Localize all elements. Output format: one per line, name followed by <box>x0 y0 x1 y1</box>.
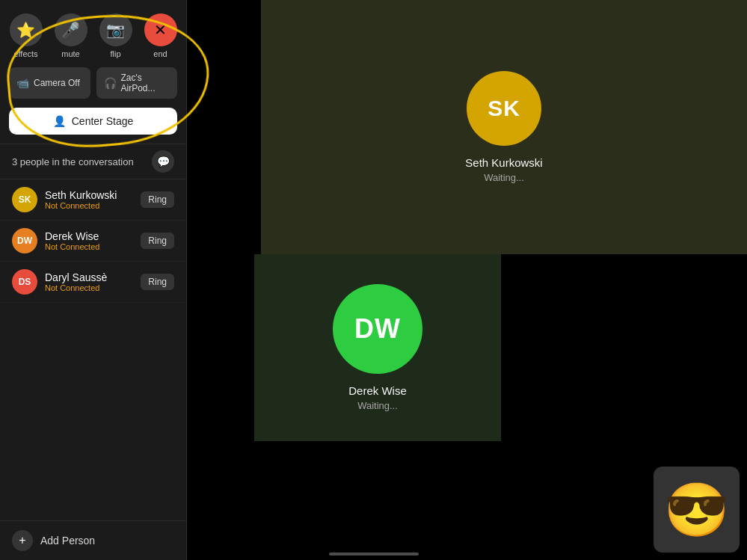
seth-name: Seth Kurkowski <box>465 156 542 169</box>
message-button[interactable]: 💬 <box>152 150 174 173</box>
video-gap <box>187 0 254 560</box>
derek-avatar: DW <box>333 284 422 374</box>
center-stage-button[interactable]: 👤 Center Stage <box>9 108 177 135</box>
toolbar: ⭐ effects 🎤 mute 📷 flip ✕ end 📹 Camera O… <box>0 0 186 144</box>
seth-video-panel: SK Seth Kurkowski Waiting... <box>261 0 747 254</box>
effects-label: effects <box>13 49 37 58</box>
daryl-avatar-small: DS <box>12 269 37 295</box>
mute-button[interactable]: 🎤 mute <box>55 13 87 58</box>
camera-label: Camera Off <box>34 78 80 88</box>
seth-avatar-small: SK <box>12 187 37 212</box>
people-count-text: 3 people in the conversation <box>12 156 134 167</box>
person-item-seth[interactable]: SK Seth Kurkowski Not Connected Ring <box>0 179 186 221</box>
seth-info: Seth Kurkowski Not Connected <box>45 189 133 210</box>
person-item-derek[interactable]: DW Derek Wise Not Connected Ring <box>0 221 186 262</box>
derek-name: Derek Wise <box>348 384 407 397</box>
people-count-row: 3 people in the conversation 💬 <box>0 144 186 179</box>
daryl-name-list: Daryl Saussè <box>45 271 133 283</box>
derek-info: Derek Wise Not Connected <box>45 230 133 251</box>
add-person-label: Add Person <box>40 535 95 547</box>
derek-ring-button[interactable]: Ring <box>141 233 174 249</box>
flip-icon: 📷 <box>99 13 132 46</box>
person-list: SK Seth Kurkowski Not Connected Ring DW … <box>0 179 186 520</box>
audio-label: Zac's AirPod... <box>121 73 170 93</box>
camera-icon: 📹 <box>16 77 29 89</box>
center-stage-icon: 👤 <box>53 115 66 127</box>
derek-video-panel: DW Derek Wise Waiting... <box>254 254 501 441</box>
seth-status: Waiting... <box>484 172 524 183</box>
self-view: 😎 <box>654 467 740 553</box>
add-icon: + <box>12 530 33 551</box>
daryl-info: Daryl Saussè Not Connected <box>45 271 133 292</box>
mute-label: mute <box>61 49 79 58</box>
derek-avatar-small: DW <box>12 228 37 253</box>
sidebar-panel: ⭐ effects 🎤 mute 📷 flip ✕ end 📹 Camera O… <box>0 0 187 560</box>
mute-icon: 🎤 <box>55 13 87 46</box>
seth-status-list: Not Connected <box>45 201 133 210</box>
derek-name-list: Derek Wise <box>45 230 133 242</box>
daryl-ring-button[interactable]: Ring <box>141 274 174 290</box>
seth-avatar: SK <box>467 71 541 146</box>
end-icon: ✕ <box>144 13 177 46</box>
toolbar-icons: ⭐ effects 🎤 mute 📷 flip ✕ end <box>10 13 177 58</box>
headphone-icon: 🎧 <box>104 77 117 89</box>
device-row: 📹 Camera Off 🎧 Zac's AirPod... <box>9 67 177 99</box>
flip-label: flip <box>110 49 120 58</box>
seth-name-list: Seth Kurkowski <box>45 189 133 201</box>
effects-icon: ⭐ <box>10 13 43 46</box>
derek-status: Waiting... <box>357 400 398 411</box>
audio-button[interactable]: 🎧 Zac's AirPod... <box>96 67 178 99</box>
camera-button[interactable]: 📹 Camera Off <box>9 67 90 99</box>
self-emoji: 😎 <box>664 479 729 541</box>
daryl-status-list: Not Connected <box>45 283 133 292</box>
center-stage-label: Center Stage <box>72 115 134 127</box>
end-button[interactable]: ✕ end <box>144 13 177 58</box>
person-item-daryl[interactable]: DS Daryl Saussè Not Connected Ring <box>0 262 186 303</box>
derek-status-list: Not Connected <box>45 242 133 251</box>
scroll-indicator <box>329 553 419 556</box>
effects-button[interactable]: ⭐ effects <box>10 13 43 58</box>
add-person-row[interactable]: + Add Person <box>0 520 186 560</box>
end-label: end <box>153 49 167 58</box>
flip-button[interactable]: 📷 flip <box>99 13 132 58</box>
seth-ring-button[interactable]: Ring <box>141 191 174 208</box>
